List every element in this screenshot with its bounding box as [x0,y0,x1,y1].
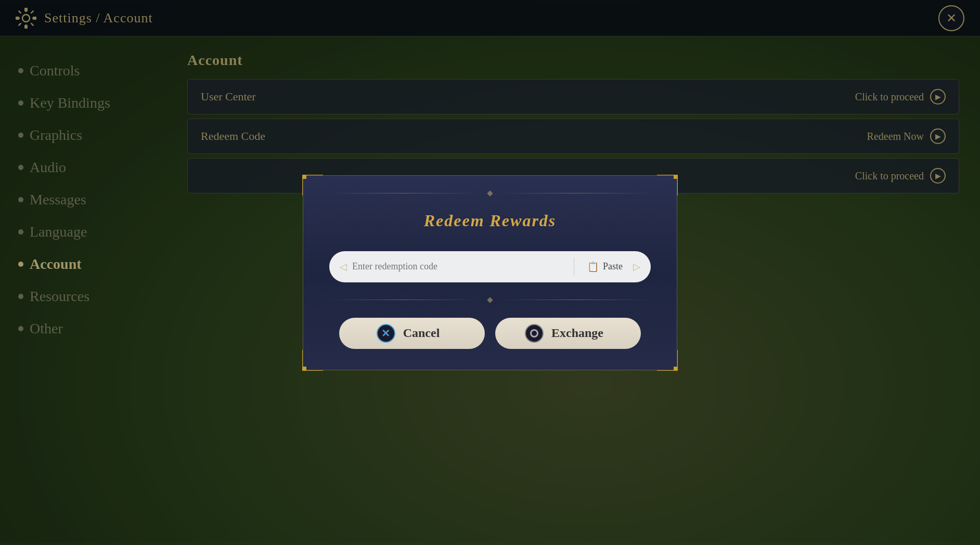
exchange-label: Exchange [551,326,603,340]
svg-rect-7 [302,367,306,371]
modal-top-bar [324,191,656,196]
exchange-icon [525,324,544,343]
corner-tr-icon [657,175,678,196]
redemption-code-input[interactable] [352,261,566,272]
bar-diamond [487,297,493,303]
clipboard-icon: 📋 [587,261,599,272]
input-container[interactable]: 📋 Paste [329,251,651,282]
modal-overlay: Redeem Rewards 📋 Paste ✕ Cancel [0,0,980,545]
modal-title: Redeem Rewards [324,211,656,230]
exchange-button[interactable]: Exchange [495,318,641,349]
modal-bottom-bar [324,298,656,302]
paste-button[interactable]: 📋 Paste [582,258,628,275]
bar-diamond [487,190,493,196]
svg-rect-6 [674,175,678,179]
cancel-icon: ✕ [377,324,395,343]
corner-br-icon [657,350,678,371]
paste-label: Paste [603,261,623,272]
svg-rect-8 [674,367,678,371]
corner-tl-icon [302,175,323,196]
cancel-label: Cancel [403,326,440,340]
bar-line [497,193,656,193]
bar-line [324,300,483,300]
modal-buttons: ✕ Cancel Exchange [324,318,656,349]
svg-rect-5 [302,175,306,179]
bar-line [497,300,656,300]
bar-line [324,193,483,193]
cancel-button[interactable]: ✕ Cancel [339,318,485,349]
input-divider [574,257,574,276]
corner-bl-icon [302,350,323,371]
redeem-modal: Redeem Rewards 📋 Paste ✕ Cancel [303,175,677,370]
exchange-inner-icon [530,329,538,338]
